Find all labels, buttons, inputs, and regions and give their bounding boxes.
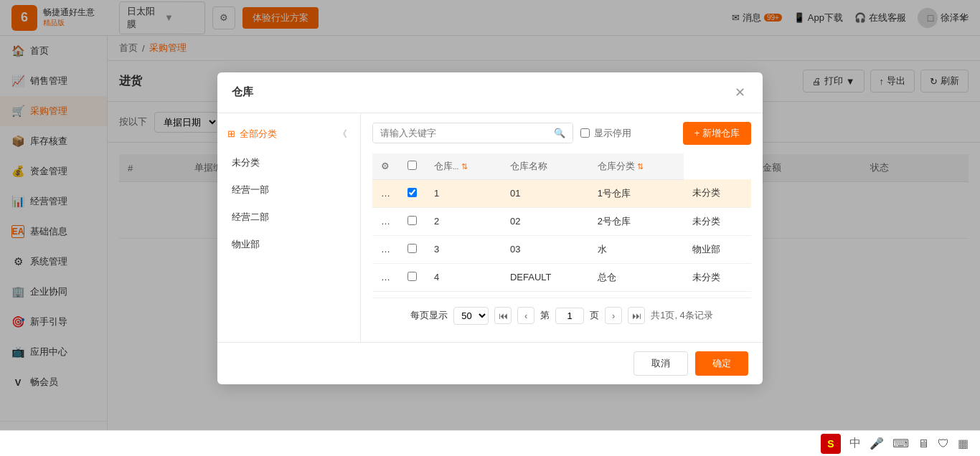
modal-pagination: 每页显示 50 ⏮ ‹ 第 页 › ⏭ 共1页, 4条记录 <box>372 298 751 333</box>
page-label: 第 <box>540 309 550 322</box>
modal-footer: 取消 确定 <box>217 342 763 384</box>
modal-toolbar: 🔍 显示停用 + 新增仓库 <box>372 122 751 145</box>
category-item-ops1[interactable]: 经营一部 <box>217 176 360 204</box>
row-name: 水 <box>589 235 684 263</box>
col-gear: ⚙ <box>372 153 399 180</box>
shield-icon[interactable]: 🛡 <box>938 437 949 450</box>
add-warehouse-button[interactable]: + 新增仓库 <box>683 122 751 145</box>
category-item-ops2[interactable]: 经营二部 <box>217 204 360 231</box>
row-actions[interactable]: … <box>372 235 399 263</box>
modal-table-container: ⚙ 仓库... ⇅ 仓库名称 仓库分类 ⇅ <box>372 153 751 292</box>
sort-icon-cat: ⇅ <box>637 162 644 171</box>
table-row[interactable]: … 3 03 水 物业部 <box>372 235 751 263</box>
keyboard-icon[interactable]: ⌨ <box>892 437 909 450</box>
row-code: DEFAULT <box>501 263 589 291</box>
row-checkbox <box>399 235 425 263</box>
mic-icon[interactable]: 🎤 <box>870 437 884 450</box>
col-checkbox <box>399 153 425 180</box>
chinese-input-icon[interactable]: 中 <box>849 436 861 451</box>
row-index: 4 <box>425 263 501 291</box>
modal-body: ⊞ 全部分类 《 未分类 经营一部 经营二部 物业部 <box>217 113 763 342</box>
row-checkbox <box>399 179 425 207</box>
row-index: 3 <box>425 235 501 263</box>
row-checkbox <box>399 207 425 235</box>
category-all-label: 全部分类 <box>240 128 277 141</box>
warehouse-modal: 仓库 ✕ ⊞ 全部分类 《 未分类 经营一部 <box>217 72 763 384</box>
category-grid-icon: ⊞ <box>227 128 235 139</box>
search-input[interactable] <box>373 123 547 143</box>
row-index: 1 <box>425 179 501 207</box>
table-row[interactable]: … 1 01 1号仓库 未分类 <box>372 179 751 207</box>
row-category: 物业部 <box>684 235 751 263</box>
row-select-checkbox[interactable] <box>407 216 417 225</box>
row-select-checkbox[interactable] <box>407 272 417 281</box>
row-code: 01 <box>501 179 589 207</box>
row-actions[interactable]: … <box>372 179 399 207</box>
layout-icon[interactable]: ▦ <box>958 437 969 450</box>
modal-overlay[interactable]: 仓库 ✕ ⊞ 全部分类 《 未分类 经营一部 <box>0 0 980 456</box>
modal-title: 仓库 <box>232 85 253 99</box>
row-checkbox <box>399 263 425 291</box>
table-row[interactable]: … 2 02 2号仓库 未分类 <box>372 207 751 235</box>
row-select-checkbox[interactable] <box>407 188 417 197</box>
row-name: 2号仓库 <box>589 207 684 235</box>
cancel-button[interactable]: 取消 <box>633 351 688 376</box>
table-panel: 🔍 显示停用 + 新增仓库 ⚙ <box>361 113 763 342</box>
table-row[interactable]: … 4 DEFAULT 总仓 未分类 <box>372 263 751 291</box>
row-index: 2 <box>425 207 501 235</box>
show-disabled-label: 显示停用 <box>594 127 631 140</box>
category-item-property[interactable]: 物业部 <box>217 231 360 258</box>
collapse-button[interactable]: 《 <box>335 126 350 142</box>
page-last-button[interactable]: ⏭ <box>628 307 645 324</box>
page-next-button[interactable]: › <box>605 307 622 324</box>
page-number-input[interactable] <box>555 308 584 324</box>
row-code: 03 <box>501 235 589 263</box>
col-code-label: 仓库... <box>434 161 458 171</box>
monitor-icon[interactable]: 🖥 <box>918 437 929 450</box>
category-header: ⊞ 全部分类 《 <box>217 120 360 149</box>
row-code: 02 <box>501 207 589 235</box>
row-select-checkbox[interactable] <box>407 244 417 253</box>
modal-close-button[interactable]: ✕ <box>731 84 748 101</box>
row-actions[interactable]: … <box>372 207 399 235</box>
row-category: 未分类 <box>684 179 751 207</box>
s-logo: S <box>821 434 841 454</box>
sort-icon-code: ⇅ <box>461 162 468 171</box>
page-unit: 页 <box>590 309 599 322</box>
confirm-button[interactable]: 确定 <box>695 351 748 376</box>
taskbar: S 中 🎤 ⌨ 🖥 🛡 ▦ <box>0 430 980 456</box>
page-prev-button[interactable]: ‹ <box>517 307 534 324</box>
category-item-unclassified[interactable]: 未分类 <box>217 149 360 176</box>
col-cat-label: 仓库分类 <box>598 161 635 171</box>
page-total-info: 共1页, 4条记录 <box>651 309 713 322</box>
row-actions[interactable]: … <box>372 263 399 291</box>
show-disabled-checkbox[interactable] <box>580 128 590 138</box>
select-all-checkbox[interactable] <box>407 161 417 170</box>
col-warehouse-category[interactable]: 仓库分类 ⇅ <box>589 153 684 180</box>
search-icon[interactable]: 🔍 <box>547 123 573 143</box>
per-page-label: 每页显示 <box>410 309 448 322</box>
col-warehouse-name: 仓库名称 <box>501 153 589 180</box>
col-warehouse-code[interactable]: 仓库... ⇅ <box>425 153 501 180</box>
modal-header: 仓库 ✕ <box>217 72 763 113</box>
per-page-select[interactable]: 50 <box>453 307 489 325</box>
show-disabled-toggle: 显示停用 <box>580 127 631 140</box>
modal-warehouse-table: ⚙ 仓库... ⇅ 仓库名称 仓库分类 ⇅ <box>372 153 751 292</box>
row-name: 总仓 <box>589 263 684 291</box>
search-box: 🔍 <box>372 123 573 143</box>
row-category: 未分类 <box>684 207 751 235</box>
page-first-button[interactable]: ⏮ <box>494 307 512 324</box>
row-category: 未分类 <box>684 263 751 291</box>
category-panel: ⊞ 全部分类 《 未分类 经营一部 经营二部 物业部 <box>217 113 361 342</box>
category-all-btn[interactable]: ⊞ 全部分类 <box>227 128 277 141</box>
row-name: 1号仓库 <box>589 179 684 207</box>
